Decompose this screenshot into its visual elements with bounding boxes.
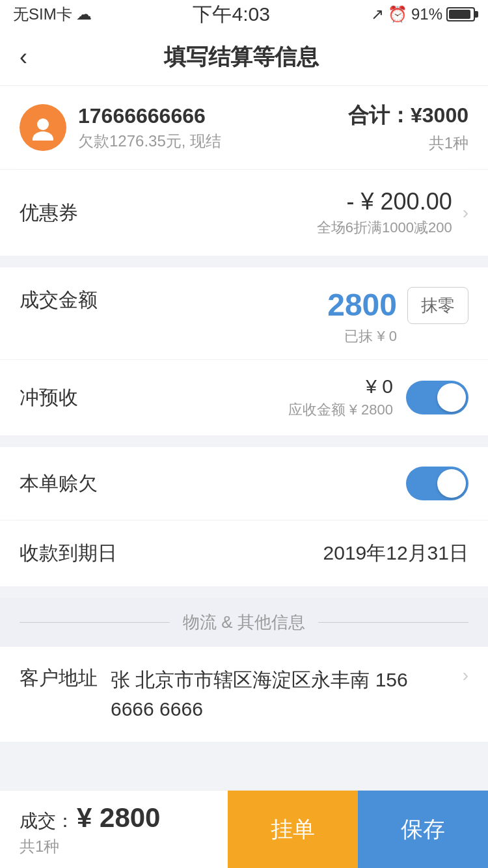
amount-row: 成交金额 2800 已抹 ¥ 0 抹零 bbox=[0, 267, 488, 359]
amount-info: 2800 已抹 ¥ 0 bbox=[327, 287, 397, 346]
address-label: 客户地址 bbox=[20, 665, 98, 692]
due-date-value: 2019年12月31日 bbox=[323, 540, 468, 567]
pending-button[interactable]: 挂单 bbox=[228, 791, 358, 869]
address-value: 张 北京市市辖区海淀区永丰南 156 6666 6666 bbox=[111, 665, 450, 724]
status-right: ↗ ⏰ 91% bbox=[371, 5, 475, 23]
coupon-label: 优惠券 bbox=[20, 200, 78, 226]
back-button[interactable]: ‹ bbox=[20, 37, 40, 77]
chevron-right-icon: › bbox=[463, 202, 468, 223]
battery-percent: 91% bbox=[411, 5, 442, 23]
customer-left: 17666666666 欠款1276.35元, 现结 bbox=[20, 104, 221, 152]
coupon-right: - ¥ 200.00 全场6折满1000减200 › bbox=[317, 188, 468, 237]
coupon-row[interactable]: 优惠券 - ¥ 200.00 全场6折满1000减200 › bbox=[0, 170, 488, 256]
amount-right: 2800 已抹 ¥ 0 抹零 bbox=[327, 287, 468, 346]
footer-left: 成交： ¥ 2800 共1种 bbox=[0, 802, 228, 857]
amount-label: 成交金额 bbox=[20, 287, 98, 314]
debt-row: 本单赊欠 bbox=[0, 447, 488, 520]
footer-deal-amount: ¥ 2800 bbox=[77, 802, 160, 834]
status-bar: 无SIM卡 ☁ 下午4:03 ↗ ⏰ 91% bbox=[0, 0, 488, 29]
customer-right: 合计：¥3000 共1种 bbox=[348, 102, 468, 154]
customer-row: 17666666666 欠款1276.35元, 现结 合计：¥3000 共1种 bbox=[20, 102, 468, 154]
page-title: 填写结算等信息 bbox=[40, 42, 442, 72]
prepay-amount: ¥ 0 bbox=[288, 375, 393, 398]
clock-icon: ⏰ bbox=[388, 5, 407, 23]
prepay-info: ¥ 0 应收金额 ¥ 2800 bbox=[288, 375, 393, 420]
coupon-info: - ¥ 200.00 全场6折满1000减200 bbox=[317, 188, 452, 237]
total-amount: ¥3000 bbox=[411, 103, 468, 127]
section-title-row: 物流 & 其他信息 bbox=[0, 598, 488, 647]
footer-deal-label: 成交： bbox=[20, 809, 74, 834]
prepay-row: 冲预收 ¥ 0 应收金额 ¥ 2800 bbox=[0, 360, 488, 435]
prepay-right: ¥ 0 应收金额 ¥ 2800 bbox=[288, 375, 468, 420]
svg-point-0 bbox=[37, 118, 49, 130]
amount-value: 2800 bbox=[327, 287, 397, 323]
section-gap-2 bbox=[0, 435, 488, 447]
status-time: 下午4:03 bbox=[193, 1, 269, 28]
section-title: 物流 & 其他信息 bbox=[183, 611, 305, 634]
customer-phone: 17666666666 bbox=[78, 104, 221, 128]
sim-status: 无SIM卡 ☁ bbox=[13, 4, 92, 25]
prepay-toggle[interactable] bbox=[406, 381, 468, 414]
footer: 成交： ¥ 2800 共1种 挂单 保存 bbox=[0, 790, 488, 868]
section-gap-1 bbox=[0, 256, 488, 267]
section-gap-3 bbox=[0, 586, 488, 598]
customer-card: 17666666666 欠款1276.35元, 现结 合计：¥3000 共1种 bbox=[0, 86, 488, 169]
status-left: 无SIM卡 ☁ bbox=[13, 4, 92, 25]
amount-sub: 已抹 ¥ 0 bbox=[327, 327, 397, 346]
total-label: 合计：¥3000 bbox=[348, 102, 468, 130]
prepay-sub: 应收金额 ¥ 2800 bbox=[288, 400, 393, 420]
due-date-label: 收款到期日 bbox=[20, 540, 117, 567]
debt-toggle[interactable] bbox=[406, 467, 468, 500]
customer-info: 17666666666 欠款1276.35元, 现结 bbox=[78, 104, 221, 152]
footer-deal-row: 成交： ¥ 2800 bbox=[20, 802, 208, 834]
battery-icon bbox=[446, 7, 475, 21]
coupon-desc: 全场6折满1000减200 bbox=[317, 218, 452, 237]
address-chevron-icon: › bbox=[463, 665, 468, 686]
avatar bbox=[20, 104, 66, 151]
address-row[interactable]: 客户地址 张 北京市市辖区海淀区永丰南 156 6666 6666 › bbox=[0, 647, 488, 742]
nav-bar: ‹ 填写结算等信息 bbox=[0, 29, 488, 86]
footer-count: 共1种 bbox=[20, 836, 208, 857]
svg-point-1 bbox=[33, 131, 53, 141]
save-button[interactable]: 保存 bbox=[358, 791, 488, 869]
round-button[interactable]: 抹零 bbox=[407, 287, 468, 324]
location-icon: ↗ bbox=[371, 5, 384, 23]
coupon-discount: - ¥ 200.00 bbox=[317, 188, 452, 215]
total-count: 共1种 bbox=[348, 133, 468, 154]
debt-label: 本单赊欠 bbox=[20, 470, 98, 497]
due-date-row: 收款到期日 2019年12月31日 bbox=[0, 521, 488, 586]
customer-sub: 欠款1276.35元, 现结 bbox=[78, 131, 221, 152]
prepay-label: 冲预收 bbox=[20, 385, 78, 411]
